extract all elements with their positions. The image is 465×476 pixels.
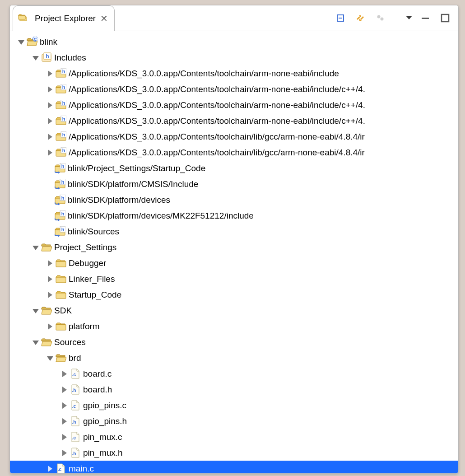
minimize-icon[interactable]	[419, 12, 431, 24]
tree-item-label: blink	[39, 37, 57, 47]
chevron-down-icon[interactable]	[17, 38, 25, 46]
folder-open-icon	[41, 242, 52, 253]
chevron-right-icon[interactable]	[46, 85, 54, 93]
chevron-right-icon[interactable]	[60, 417, 69, 425]
tree-item-file[interactable]: pin_mux.c	[10, 429, 458, 445]
tree-item-label: /Applications/KDS_3.0.0.app/Contents/too…	[68, 148, 365, 158]
include-folder-linked-icon	[54, 210, 66, 222]
tree-item-label: Debugger	[68, 258, 106, 268]
tree-item-include-path[interactable]: blink/Sources	[10, 224, 458, 239]
chevron-right-icon[interactable]	[46, 465, 54, 473]
close-icon[interactable]: ✕	[99, 13, 109, 24]
include-folder-icon	[55, 99, 67, 111]
tree-item-label: Startup_Code	[68, 290, 121, 300]
chevron-right-icon[interactable]	[46, 275, 54, 283]
tree-item-include-path[interactable]: blink/SDK/platform/devices	[10, 192, 458, 208]
chevron-right-icon[interactable]	[46, 259, 54, 267]
tree-item-label: pin_mux.c	[82, 432, 122, 442]
chevron-right-icon[interactable]	[60, 370, 69, 378]
project-explorer-view: Project Explorer ✕ blink	[9, 5, 459, 474]
tab-strip: Project Explorer ✕	[10, 5, 458, 31]
tree-item-label: Sources	[53, 337, 86, 347]
tree-item-include-path[interactable]: /Applications/KDS_3.0.0.app/Contents/too…	[10, 129, 458, 145]
maximize-icon[interactable]	[439, 12, 451, 24]
link-with-editor-icon[interactable]	[354, 12, 366, 24]
tree-item-include-path[interactable]: /Applications/KDS_3.0.0.app/Contents/too…	[10, 65, 458, 81]
chevron-right-icon[interactable]	[46, 291, 54, 299]
tree-item-label: Project_Settings	[53, 243, 116, 252]
tree-item-label: gpio_pins.h	[82, 416, 127, 426]
h-file-icon	[70, 415, 81, 427]
chevron-right-icon[interactable]	[46, 149, 54, 157]
tree-item-label: blink/SDK/platform/CMSIS/Include	[67, 179, 198, 189]
c-file-icon	[55, 463, 67, 474]
chevron-down-icon[interactable]	[32, 243, 40, 252]
tree-item-include-path[interactable]: /Applications/KDS_3.0.0.app/Contents/too…	[10, 81, 458, 97]
chevron-right-icon[interactable]	[46, 70, 54, 78]
chevron-right-icon[interactable]	[60, 401, 69, 410]
include-folder-linked-icon	[54, 163, 66, 174]
tree-item-label: blink/Project_Settings/Startup_Code	[67, 163, 205, 173]
tree-item-folder[interactable]: platform	[10, 318, 458, 334]
chevron-right-icon[interactable]	[60, 433, 69, 441]
tree-item-label: /Applications/KDS_3.0.0.app/Contents/too…	[68, 69, 339, 79]
h-file-icon	[70, 384, 81, 396]
tree-item-label: /Applications/KDS_3.0.0.app/Contents/too…	[68, 84, 365, 94]
chevron-right-icon[interactable]	[46, 101, 54, 109]
chevron-right-icon[interactable]	[46, 133, 54, 141]
tree-item-label: Includes	[53, 53, 86, 63]
chevron-right-icon[interactable]	[60, 449, 69, 457]
chevron-down-icon[interactable]	[32, 307, 40, 315]
chevron-right-icon[interactable]	[46, 117, 54, 125]
include-folder-linked-icon	[54, 226, 66, 238]
project-explorer-icon	[18, 13, 29, 24]
tree-item-include-path[interactable]: /Applications/KDS_3.0.0.app/Contents/too…	[10, 145, 458, 160]
tree-item-label: blink/SDK/platform/devices	[67, 195, 170, 205]
tree-item-include-path[interactable]: blink/SDK/platform/CMSIS/Include	[10, 176, 458, 192]
tree-item-includes[interactable]: Includes	[10, 50, 458, 65]
tree-item-file[interactable]: board.c	[10, 366, 458, 382]
tree-item-folder[interactable]: Linker_Files	[10, 271, 458, 287]
include-folder-linked-icon	[54, 194, 66, 206]
tab-project-explorer[interactable]: Project Explorer ✕	[13, 5, 115, 31]
tree-item-file[interactable]: board.h	[10, 382, 458, 397]
view-menu-icon[interactable]	[406, 16, 412, 20]
collapse-all-icon[interactable]	[335, 12, 346, 24]
tree-item-folder[interactable]: Startup_Code	[10, 287, 458, 303]
folder-icon	[55, 289, 67, 301]
tree-item-label: gpio_pins.c	[82, 401, 126, 411]
chevron-right-icon[interactable]	[46, 322, 54, 331]
include-folder-icon	[55, 131, 67, 143]
tree-item-file[interactable]: pin_mux.h	[10, 445, 458, 461]
chevron-down-icon[interactable]	[32, 54, 40, 62]
tree-item-include-path[interactable]: blink/SDK/platform/devices/MK22F51212/in…	[10, 208, 458, 224]
folder-open-icon	[41, 305, 52, 317]
tree[interactable]: blink Includes /Applications/KDS_3.0.0.a…	[10, 31, 458, 473]
tree-item-file-selected[interactable]: main.c	[10, 461, 458, 473]
tree-item-file[interactable]: gpio_pins.c	[10, 397, 458, 413]
c-file-icon	[70, 368, 81, 380]
tree-item-label: pin_mux.h	[82, 448, 123, 458]
tree-item-folder[interactable]: SDK	[10, 303, 458, 318]
chevron-right-icon[interactable]	[60, 386, 69, 394]
tree-item-include-path[interactable]: /Applications/KDS_3.0.0.app/Contents/too…	[10, 113, 458, 129]
chevron-down-icon[interactable]	[32, 338, 40, 346]
tree-item-label: brd	[68, 353, 81, 363]
tree-item-label: platform	[68, 322, 100, 331]
include-folder-icon	[55, 68, 67, 79]
tree-item-folder[interactable]: Project_Settings	[10, 239, 458, 255]
tree-item-file[interactable]: gpio_pins.h	[10, 413, 458, 429]
tree-item-folder[interactable]: Sources	[10, 334, 458, 350]
view-toolbar	[335, 5, 458, 31]
tree-item-label: /Applications/KDS_3.0.0.app/Contents/too…	[68, 116, 365, 126]
folder-icon	[55, 321, 67, 332]
tree-item-project[interactable]: blink	[10, 34, 458, 50]
tree-item-folder[interactable]: brd	[10, 350, 458, 366]
tree-item-folder[interactable]: Debugger	[10, 255, 458, 271]
tree-item-label: board.h	[82, 385, 112, 395]
tree-item-include-path[interactable]: /Applications/KDS_3.0.0.app/Contents/too…	[10, 97, 458, 113]
tree-item-include-path[interactable]: blink/Project_Settings/Startup_Code	[10, 160, 458, 176]
include-folder-icon	[55, 84, 67, 95]
chevron-down-icon[interactable]	[46, 354, 54, 362]
include-folder-icon	[55, 115, 67, 127]
